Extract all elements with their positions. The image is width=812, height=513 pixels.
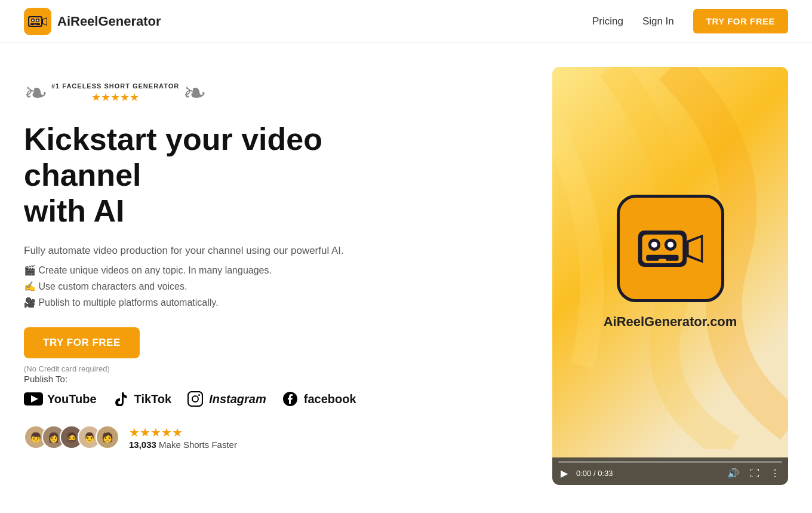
proof-text: 13,033 Make Shorts Faster [129,440,237,450]
fullscreen-button[interactable]: ⛶ [748,467,762,480]
play-button[interactable]: ▶ [558,466,570,480]
proof-label: Make Shorts Faster [159,440,237,450]
badge-label-text: #1 FACELESS SHORT GENERATOR [51,82,179,90]
feature-item: 🎬 Create unique videos on any topic. In … [24,265,430,276]
feature-list: 🎬 Create unique videos on any topic. In … [24,265,430,308]
logo-text: AiReelGenerator [57,14,161,29]
facebook-icon [281,392,300,406]
youtube-icon [24,392,43,406]
platform-youtube: YouTube [24,392,97,406]
video-site-text: AiReelGenerator.com [604,314,737,330]
badge-stars: ★★★★★ [51,91,179,104]
video-progress-bar[interactable] [558,461,782,463]
svg-rect-7 [34,24,36,26]
feature-item: ✍️ Use custom characters and voices. [24,281,430,292]
svg-point-14 [198,394,200,396]
hero-heading: Kickstart your video channel with AI [24,122,430,229]
svg-point-13 [192,396,198,402]
video-controls-row: ▶ 0:00 / 0:33 🔊 ⛶ ⋮ [558,466,782,480]
svg-point-5 [37,19,39,21]
nav-right: Pricing Sign In TRY FOR FREE [592,9,788,33]
tiktok-icon [111,392,130,406]
svg-point-21 [667,241,673,247]
left-column: ❧ #1 FACELESS SHORT GENERATOR ★★★★★ ❧ Ki… [24,67,430,450]
proof-details: ★★★★★ 13,033 Make Shorts Faster [129,425,237,450]
svg-rect-12 [188,392,202,406]
pricing-link[interactable]: Pricing [592,16,623,27]
navbar: AiReelGenerator Pricing Sign In TRY FOR … [0,0,812,43]
right-column: AiReelGenerator.com ▶ 0:00 / 0:33 🔊 ⛶ [552,67,788,485]
platform-youtube-label: YouTube [47,392,97,406]
video-player[interactable]: AiReelGenerator.com ▶ 0:00 / 0:33 🔊 ⛶ [552,67,788,485]
nav-logo[interactable]: AiReelGenerator [24,8,161,35]
proof-stars: ★★★★★ [129,425,237,440]
instagram-icon [186,392,205,406]
svg-rect-23 [658,259,666,263]
badge-center: #1 FACELESS SHORT GENERATOR ★★★★★ [48,82,183,104]
signin-link[interactable]: Sign In [642,16,674,27]
vc-right: 🔊 ⛶ ⋮ [725,466,782,480]
avatar-5: 🧑 [96,425,119,449]
video-content: AiReelGenerator.com [552,67,788,457]
award-badge: ❧ #1 FACELESS SHORT GENERATOR ★★★★★ ❧ [24,79,430,107]
main-content: ❧ #1 FACELESS SHORT GENERATOR ★★★★★ ❧ Ki… [0,43,812,509]
no-card-text: (No Credit card required) [24,364,110,373]
video-logo-icon [617,195,724,302]
publish-section: Publish To: YouTube [24,374,430,406]
proof-count: 13,033 [129,440,156,450]
svg-point-20 [651,241,657,247]
laurel-left: ❧ [24,79,48,107]
avatar-group: 👦 👩 🧔 👨 🧑 [24,425,119,449]
platform-instagram-label: Instagram [209,392,266,406]
platform-tiktok-label: TikTok [134,392,172,406]
volume-button[interactable]: 🔊 [725,466,742,480]
platform-list: YouTube TikTok [24,392,430,406]
svg-point-4 [32,19,34,21]
vc-left: ▶ 0:00 / 0:33 [558,466,613,480]
cta-section: TRY FOR FREE (No Credit card required) [24,327,430,374]
logo-icon [24,8,51,35]
video-time: 0:00 / 0:33 [576,469,613,478]
publish-label: Publish To: [24,374,430,384]
platform-tiktok: TikTok [111,392,172,406]
cta-button[interactable]: TRY FOR FREE [24,327,140,358]
nav-try-button[interactable]: TRY FOR FREE [693,9,788,33]
hero-description: Fully automate video production for your… [24,243,430,259]
laurel-right: ❧ [183,79,207,107]
more-options-button[interactable]: ⋮ [768,466,782,480]
platform-instagram: Instagram [186,392,266,406]
social-proof: 👦 👩 🧔 👨 🧑 ★★★★★ 13,033 Make Shorts Faste… [24,425,430,450]
feature-item: 🎥 Publish to multiple platforms automati… [24,297,430,308]
platform-facebook: facebook [281,392,356,406]
video-controls: ▶ 0:00 / 0:33 🔊 ⛶ ⋮ [552,457,788,485]
platform-facebook-label: facebook [304,392,356,406]
